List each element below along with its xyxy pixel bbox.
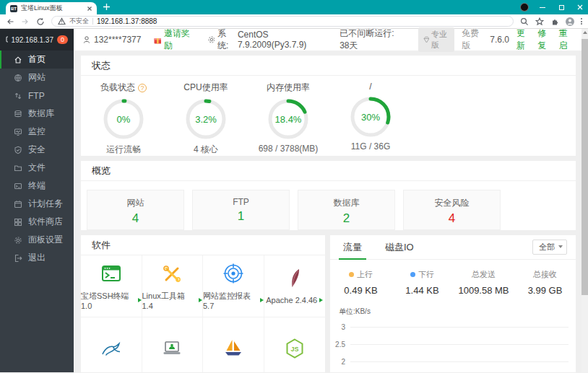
sidebar-item-website[interactable]: 网站 <box>0 69 74 87</box>
panel-version: 7.6.0 <box>490 35 509 45</box>
gauge-cpu[interactable]: CPU使用率 3.2% 4 核心 <box>165 76 247 156</box>
monitor-icon <box>14 128 22 136</box>
extensions-puzzle-icon[interactable] <box>550 17 559 26</box>
app-apache[interactable]: Apache 2.4.46 <box>264 255 326 317</box>
bookmark-star-icon[interactable] <box>535 17 544 26</box>
calendar-icon <box>14 200 22 209</box>
sidebar-item-security[interactable]: 安全 <box>0 141 74 159</box>
app-linux-toolbox[interactable]: Linux工具箱 1.4 <box>142 255 204 317</box>
sidebar-item-home[interactable]: 首页 <box>0 51 74 69</box>
tab-disk-io[interactable]: 磁盘IO <box>381 235 418 260</box>
sidebar-server-header[interactable]: 192.168.1.37 0 <box>0 29 74 51</box>
sidebar-item-logout[interactable]: 退出 <box>0 249 74 267</box>
zoom-icon[interactable] <box>520 17 529 26</box>
traffic-stats: 上行 0.49 KB 下行 1.44 KB 总发送 1009.58 MB <box>330 269 576 296</box>
browser-toolbar: 不安全 192.168.1.37:8888 <box>0 14 588 29</box>
chart-gridline: 3 <box>330 323 568 330</box>
sidebar: 192.168.1.37 0 首页 网站 FTP 数据库 <box>0 29 74 372</box>
tab-traffic[interactable]: 流量 <box>339 235 366 260</box>
page-scrollbar[interactable] <box>581 29 588 372</box>
repair-link[interactable]: 修复 <box>537 27 551 52</box>
gauge-sub: 运行流畅 <box>82 144 165 156</box>
running-icon <box>319 298 323 302</box>
browser-menu-icon[interactable] <box>581 18 582 25</box>
back-button-icon[interactable] <box>6 17 14 26</box>
chart-gridline: 2.5 <box>330 341 568 348</box>
gauge-disk-root[interactable]: / 30% 11G / 36G <box>329 76 412 156</box>
bt-laptop-icon <box>161 338 183 359</box>
url-separator <box>92 18 93 25</box>
browser-tab[interactable]: BT 宝塔Linux面板 <box>6 2 97 14</box>
new-tab-button[interactable] <box>103 3 111 11</box>
gauge-ring: 18.4% <box>268 99 308 139</box>
dashboard-content: 状态 负载状态? 0% 运行流畅 CPU使用率 <box>74 51 581 372</box>
sidebar-item-settings[interactable]: 面板设置 <box>0 231 74 249</box>
sidebar-item-ftp[interactable]: FTP <box>0 87 74 105</box>
forward-button-icon[interactable] <box>21 17 30 26</box>
sidebar-item-terminal[interactable]: 终端 <box>0 177 74 195</box>
scrollbar-thumb[interactable] <box>581 39 588 295</box>
up-dot-icon <box>349 272 354 277</box>
address-bar[interactable]: 不安全 192.168.1.37:8888 <box>51 16 514 27</box>
window-minimize-button[interactable] <box>537 2 548 12</box>
traffic-stat-total-sent: 总发送 1009.58 MB <box>453 269 514 296</box>
app-site-monitor-report[interactable]: 网站监控报表 5.7 <box>203 255 264 317</box>
sidebar-item-appstore[interactable]: 软件商店 <box>0 213 74 231</box>
sidebar-item-monitor[interactable]: 监控 <box>0 123 74 141</box>
pro-version-badge[interactable]: 专业版 <box>418 27 454 52</box>
app-bt-panel[interactable] <box>142 317 204 372</box>
folder-icon <box>14 164 22 172</box>
overview-card-title: 概览 <box>81 161 576 181</box>
gauge-memory[interactable]: 内存使用率 18.4% 698 / 3788(MB) <box>247 76 329 156</box>
overview-box-databases[interactable]: 数据库 2 <box>298 190 395 230</box>
app-mysql[interactable] <box>81 317 142 372</box>
gauge-sub: 698 / 3788(MB) <box>247 144 329 154</box>
url-text[interactable]: 192.168.1.37:8888 <box>97 17 157 25</box>
sidebar-item-cron[interactable]: 计划任务 <box>0 195 74 213</box>
invite-reward-link[interactable]: 邀请奖励 <box>154 27 194 52</box>
help-icon[interactable]: ? <box>138 84 147 92</box>
app-nodejs[interactable]: JS <box>264 317 326 372</box>
not-secure-warning-icon[interactable] <box>58 17 66 25</box>
shield-icon <box>14 146 22 154</box>
app-bt-ssh-terminal[interactable]: 宝塔SSH终端 1.0 <box>81 255 142 317</box>
gauge-ring: 3.2% <box>186 99 226 139</box>
restart-link[interactable]: 重启 <box>559 27 573 52</box>
window-maximize-button[interactable] <box>556 2 566 12</box>
radar-icon <box>222 263 244 284</box>
app-phpmyadmin[interactable] <box>203 317 264 372</box>
gauge-sub: 11G / 36G <box>329 141 412 152</box>
overview-box-security-risks[interactable]: 安全风险 4 <box>403 190 501 230</box>
sidebar-item-database[interactable]: 数据库 <box>0 105 74 123</box>
message-count-badge[interactable]: 0 <box>57 35 68 44</box>
system-info[interactable]: 系统: CentOS 7.9.2009(Py3.7.9) <box>207 27 327 52</box>
titlebar-profile-avatar[interactable] <box>520 3 529 12</box>
sailboat-icon <box>222 338 244 359</box>
status-card: 状态 负载状态? 0% 运行流畅 CPU使用率 <box>81 56 576 156</box>
traffic-card-header: 流量 磁盘IO 全部 <box>330 235 576 260</box>
traffic-filter-select[interactable]: 全部 <box>532 240 567 255</box>
sidebar-item-files[interactable]: 文件 <box>0 159 74 177</box>
update-link[interactable]: 更新 <box>516 27 530 52</box>
tab-title: 宝塔Linux面板 <box>21 4 83 13</box>
mysql-dolphin-icon <box>100 338 122 359</box>
gauge-sub: 4 核心 <box>165 144 247 156</box>
sidebar-nav: 首页 网站 FTP 数据库 监控 <box>0 51 74 267</box>
overview-box-ftp[interactable]: FTP 1 <box>192 190 290 230</box>
down-dot-icon <box>410 272 415 277</box>
software-card-title: 软件 <box>81 235 325 255</box>
user-account[interactable]: 132****7377 <box>82 35 141 45</box>
profile-avatar-icon[interactable] <box>566 17 574 26</box>
traffic-card: 流量 磁盘IO 全部 上行 0.49 KB 下行 1.44 KB <box>330 235 576 372</box>
traffic-chart: 3 2.5 2 <box>330 323 576 365</box>
gauge-value: 30% <box>350 97 391 137</box>
tab-close-icon[interactable] <box>87 6 92 12</box>
uptime-text: 已不间断运行: 38天 <box>340 27 405 52</box>
overview-box-websites[interactable]: 网站 4 <box>87 190 184 230</box>
reload-button-icon[interactable] <box>36 17 45 26</box>
gauge-value: 18.4% <box>268 99 308 139</box>
scrollbar-up-icon[interactable] <box>583 31 587 34</box>
window-close-button[interactable] <box>575 2 585 12</box>
gauge-load[interactable]: 负载状态? 0% 运行流畅 <box>82 76 165 156</box>
edition-label: 免费版 <box>462 27 483 52</box>
